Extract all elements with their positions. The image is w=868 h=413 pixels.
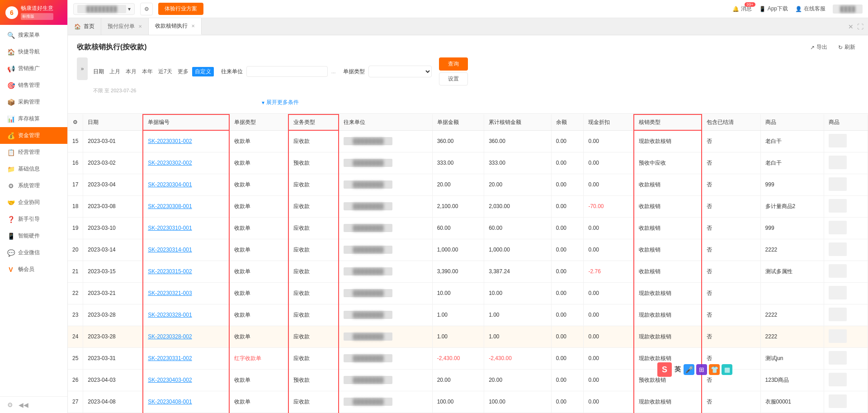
sidebar-item-enterprise[interactable]: 🤝 企业协同 [0,194,67,211]
table-row[interactable]: 17 2023-03-04 SK-20230304-001 收款单 应收款 ██… [68,174,868,195]
message-btn[interactable]: 🔔 消息 99+ [732,5,752,13]
td-discount: -70.00 [584,195,634,217]
billtype-select[interactable]: 收款单 红字收款单 [368,66,432,77]
td-bill-no[interactable]: SK-20230408-001 [143,391,229,413]
header-dropdown[interactable]: ████████ ▾ [73,3,135,15]
settings-bottom-icon[interactable]: ⚙ [7,401,13,408]
date-opt-7days[interactable]: 近7天 [156,67,174,76]
sidebar-item-basics[interactable]: 📁 基础信息 [0,161,67,177]
tab-verify[interactable]: 收款核销执行 ✕ [149,18,202,35]
td-biz-type: 应收款 [288,391,339,413]
th-bill-no-label: 单据编号 [148,119,170,126]
table-row[interactable]: 23 2023-03-28 SK-20230328-001 收款单 应收款 ██… [68,304,868,326]
td-bill-no[interactable]: SK-20230328-002 [143,326,229,347]
service-icon: 👤 [795,6,802,12]
td-bill-no[interactable]: SK-20230321-003 [143,282,229,304]
td-bill-type: 收款单 [229,152,288,174]
watermark-shirt-icon: 👕 [709,364,720,375]
td-bill-no[interactable]: SK-20230310-001 [143,217,229,239]
export-btn[interactable]: ↗ 导出 [807,42,831,53]
td-bill-no[interactable]: SK-20230403-002 [143,369,229,391]
td-product: 999 [760,174,824,195]
expand-conditions-btn[interactable]: ▾ 展开更多条件 [93,96,468,109]
expand-arrow-btn[interactable]: » [77,57,88,80]
search-icon: 🔍 [7,32,14,39]
sidebar-item-search[interactable]: 🔍 搜索菜单 [0,27,67,43]
sidebar-nav: 🔍 搜索菜单 🏠 快捷导航 📢 营销推广 🎯 销售管理 📦 采购管理 📊 库存核… [0,25,67,396]
sidebar-item-hardware[interactable]: 📱 智能硬件 [0,228,67,244]
table-row[interactable]: 24 2023-03-28 SK-20230328-002 收款单 应收款 ██… [68,326,868,347]
table-row[interactable]: 19 2023-03-10 SK-20230310-001 收款单 应收款 ██… [68,217,868,239]
filter-partner-group: 往来单位 ... [221,66,336,77]
td-verified: 20.00 [484,369,551,391]
td-bill-no[interactable]: SK-20230308-001 [143,195,229,217]
watermark-text: 英 [675,366,681,374]
table-row[interactable]: 27 2023-04-08 SK-20230408-001 收款单 应收款 ██… [68,391,868,413]
table-row[interactable]: 21 2023-03-15 SK-20230315-002 收款单 应收款 ██… [68,261,868,282]
td-bill-no[interactable]: SK-20230314-001 [143,239,229,261]
td-bill-type: 收款单 [229,217,288,239]
sidebar-item-operations[interactable]: 📋 经营管理 [0,144,67,161]
date-opt-this-year[interactable]: 本年 [140,67,155,76]
sidebar-item-guide[interactable]: ❓ 新手引导 [0,211,67,228]
sidebar-item-quicknav[interactable]: 🏠 快捷导航 [0,43,67,60]
date-opt-custom[interactable]: 自定义 [192,67,214,76]
tab-prepay[interactable]: 预付应付单 ✕ [101,18,149,35]
sidebar-item-inventory[interactable]: 📊 库存核算 [0,110,67,127]
td-bill-type: 收款单 [229,130,288,152]
table-row[interactable]: 15 2023-03-01 SK-20230301-002 收款单 应收款 ██… [68,130,868,152]
table-row[interactable]: 22 2023-03-21 SK-20230321-003 收款单 应收款 ██… [68,282,868,304]
td-verified: 2,030.00 [484,195,551,217]
close-tab-icon[interactable]: ✕ [191,24,195,28]
sidebar-item-member[interactable]: V 畅会员 [0,261,67,278]
close-tab-icon[interactable]: ✕ [138,24,142,29]
sidebar-item-sales[interactable]: 🎯 销售管理 [0,77,67,94]
sidebar-item-wechat[interactable]: 💬 企业微信 [0,244,67,261]
service-label: 在线客服 [804,5,826,13]
header-gear-btn[interactable]: ⚙ [140,3,153,15]
sidebar-item-finance[interactable]: 💰 资金管理 [0,127,67,144]
table-row[interactable]: 20 2023-03-14 SK-20230314-001 收款单 应收款 ██… [68,239,868,261]
td-amount: 2,100.00 [432,195,484,217]
sidebar-item-system[interactable]: ⚙ 系统管理 [0,177,67,194]
td-bill-no[interactable]: SK-20230328-001 [143,304,229,326]
settings-button[interactable]: 设置 [439,72,468,85]
app-download-btn[interactable]: 📱 App下载 [759,5,788,13]
table-row[interactable]: 18 2023-03-08 SK-20230308-001 收款单 应收款 ██… [68,195,868,217]
td-product [760,282,824,304]
th-product: 商品 [760,114,824,130]
td-cancel-type: 现款收款核销 [634,282,702,304]
partner-input[interactable] [246,66,328,77]
close-window-icon[interactable]: ✕ [848,23,854,30]
td-bill-no[interactable]: SK-20230301-002 [143,130,229,152]
td-bill-no[interactable]: SK-20230304-001 [143,174,229,195]
table-row[interactable]: 25 2023-03-31 SK-20230331-002 红字收款单 应收款 … [68,347,868,369]
sidebar-item-purchase[interactable]: 📦 采购管理 [0,94,67,110]
tab-home[interactable]: 🏠 首页 [68,18,101,35]
query-button[interactable]: 查询 [439,57,468,71]
td-cancel-type: 现款收款核销 [634,326,702,347]
date-opt-more[interactable]: 更多 [176,67,190,76]
solution-button[interactable]: 体验行业方案 [158,3,203,15]
sidebar-item-marketing[interactable]: 📢 营销推广 [0,60,67,77]
td-bill-no[interactable]: SK-20230331-002 [143,347,229,369]
filter-bar: » 日期 上月 本月 本年 近7天 更多 自定义 [68,53,868,114]
maximize-icon[interactable]: ⛶ [857,23,863,30]
td-bill-no[interactable]: SK-20230302-002 [143,152,229,174]
th-settings[interactable]: ⚙ [68,114,83,130]
date-opt-last-month[interactable]: 上月 [108,67,122,76]
table-row[interactable]: 26 2023-04-03 SK-20230403-002 收款单 预收款 ██… [68,369,868,391]
td-cancel-type: 收款核销 [634,195,702,217]
td-bill-no[interactable]: SK-20230315-002 [143,261,229,282]
td-cancel-type: 收款核销 [634,174,702,195]
online-service-btn[interactable]: 👤 在线客服 [795,5,826,13]
enterprise-icon: 🤝 [7,199,14,206]
date-opt-this-month[interactable]: 本月 [124,67,138,76]
filter-actions: 查询 设置 [439,57,468,85]
collapse-icon[interactable]: ◀◀ [19,401,28,408]
sidebar-item-label: 经营管理 [18,148,40,156]
refresh-btn[interactable]: ↻ 刷新 [835,42,859,53]
td-include-settled: 否 [702,217,760,239]
table-row[interactable]: 16 2023-03-02 SK-20230302-002 收款单 预收款 ██… [68,152,868,174]
td-partner: ████████ [339,174,432,195]
